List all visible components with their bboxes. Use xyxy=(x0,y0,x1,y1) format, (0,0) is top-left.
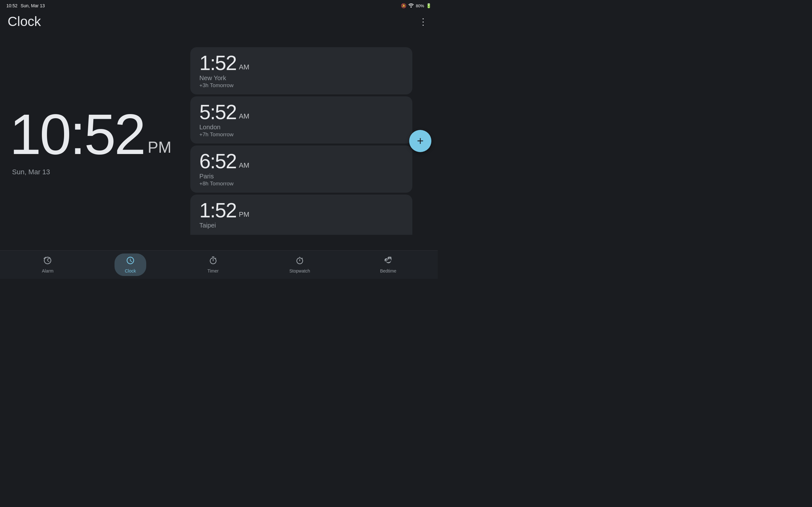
battery-icon: 🔋 xyxy=(426,3,432,8)
app-header: Clock ⋮ xyxy=(0,11,438,32)
wifi-icon xyxy=(408,3,414,9)
taipei-digits: 1:52 xyxy=(199,200,236,221)
status-left: 10:52 Sun, Mar 13 xyxy=(6,3,45,8)
new-york-offset: +3h Tomorrow xyxy=(199,82,403,89)
paris-offset: +8h Tomorrow xyxy=(199,181,403,187)
new-york-city: New York xyxy=(199,74,403,82)
status-bar: 10:52 Sun, Mar 13 🔕 80% 🔋 xyxy=(0,0,438,11)
local-time-display: 10:52 PM xyxy=(9,106,171,163)
local-date: Sun, Mar 13 xyxy=(12,168,50,176)
bottom-nav: Alarm Clock Timer Stopwatch xyxy=(0,250,438,279)
local-time-digits: 10:52 xyxy=(9,106,144,163)
london-city: London xyxy=(199,124,403,131)
bedtime-icon xyxy=(384,256,393,267)
add-city-fab[interactable]: + xyxy=(409,130,432,152)
alarm-label: Alarm xyxy=(42,268,54,274)
app-title: Clock xyxy=(8,14,41,29)
paris-digits: 6:52 xyxy=(199,151,236,171)
nav-alarm[interactable]: Alarm xyxy=(32,253,63,276)
local-time-panel: 10:52 PM Sun, Mar 13 xyxy=(0,32,184,250)
main-content: 10:52 PM Sun, Mar 13 1:52 AM New York +3… xyxy=(0,32,438,250)
paris-ampm: AM xyxy=(239,161,249,170)
status-time: 10:52 xyxy=(6,3,17,8)
timer-label: Timer xyxy=(207,268,218,274)
alarm-icon xyxy=(43,256,52,267)
clock-card-new-york[interactable]: 1:52 AM New York +3h Tomorrow xyxy=(190,47,412,95)
plus-icon: + xyxy=(417,134,423,148)
london-offset: +7h Tomorrow xyxy=(199,131,403,138)
nav-clock[interactable]: Clock xyxy=(114,253,146,276)
new-york-digits: 1:52 xyxy=(199,53,236,73)
svg-point-0 xyxy=(410,6,412,8)
status-right: 🔕 80% 🔋 xyxy=(401,3,432,9)
clock-icon xyxy=(126,256,135,267)
clock-card-taipei[interactable]: 1:52 PM Taipei xyxy=(190,194,412,235)
taipei-ampm: PM xyxy=(239,210,249,219)
nav-bedtime[interactable]: Bedtime xyxy=(370,253,406,276)
new-york-time: 1:52 AM xyxy=(199,53,403,73)
new-york-ampm: AM xyxy=(239,63,249,71)
london-digits: 5:52 xyxy=(199,102,236,122)
london-ampm: AM xyxy=(239,112,249,120)
mute-icon: 🔕 xyxy=(401,3,406,8)
clock-card-paris[interactable]: 6:52 AM Paris +8h Tomorrow xyxy=(190,146,412,193)
world-clocks-panel: 1:52 AM New York +3h Tomorrow 5:52 AM Lo… xyxy=(184,32,438,250)
timer-icon xyxy=(209,256,217,267)
bedtime-label: Bedtime xyxy=(380,268,396,274)
battery-status: 80% xyxy=(416,3,424,8)
nav-timer[interactable]: Timer xyxy=(197,253,229,276)
london-time: 5:52 AM xyxy=(199,102,403,122)
local-time-ampm: PM xyxy=(148,138,171,157)
taipei-city: Taipei xyxy=(199,222,403,229)
clock-card-london[interactable]: 5:52 AM London +7h Tomorrow xyxy=(190,96,412,144)
stopwatch-label: Stopwatch xyxy=(289,268,310,274)
paris-time: 6:52 AM xyxy=(199,151,403,171)
more-options-icon[interactable]: ⋮ xyxy=(416,14,430,30)
nav-stopwatch[interactable]: Stopwatch xyxy=(280,253,319,276)
paris-city: Paris xyxy=(199,173,403,180)
stopwatch-icon xyxy=(295,256,304,267)
status-date: Sun, Mar 13 xyxy=(20,3,45,8)
taipei-time: 1:52 PM xyxy=(199,200,403,221)
clock-label: Clock xyxy=(125,268,136,274)
